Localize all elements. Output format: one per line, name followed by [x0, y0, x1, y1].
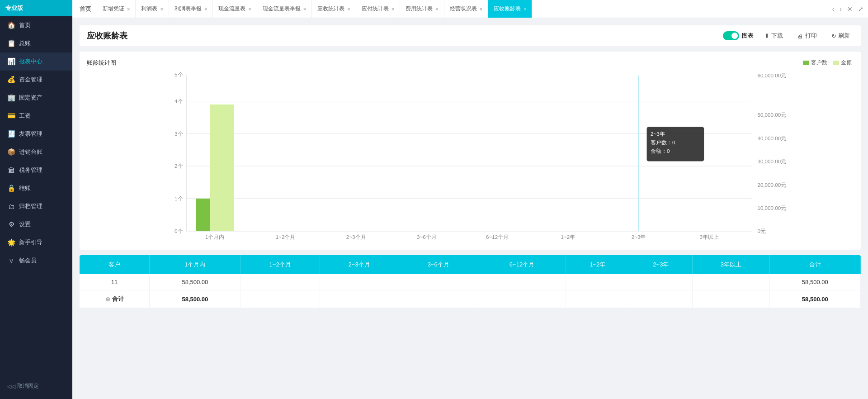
close-tab-profit-quarter[interactable]: × — [204, 6, 207, 12]
chart-toggle[interactable] — [723, 31, 739, 40]
header-actions: 图表 ⬇ 下载 🖨 打印 ↻ 刷新 — [723, 30, 854, 42]
legend-amount: 金额 — [833, 59, 852, 66]
svg-text:1个: 1个 — [175, 195, 183, 201]
download-button[interactable]: ⬇ 下载 — [761, 30, 787, 42]
tab-voucher[interactable]: 新增凭证 × — [97, 0, 136, 18]
legend-customers-color — [803, 61, 809, 65]
tab-profit[interactable]: 利润表 × — [136, 0, 169, 18]
tab-scroll-left[interactable]: ‹ — [830, 0, 837, 18]
chart-toggle-wrap: 图表 — [723, 31, 754, 40]
close-tab-business-stat[interactable]: × — [480, 6, 482, 12]
cell-m36 — [399, 274, 478, 290]
table-header-row: 客户 1个月内 1~2个月 2~3个月 3~6个月 6~12个月 1~2年 2~… — [80, 255, 861, 274]
svg-text:金额：0: 金额：0 — [651, 148, 670, 154]
sidebar-item-ledger[interactable]: 📋 总账 — [0, 34, 72, 52]
sidebar-item-member[interactable]: V 畅会员 — [0, 252, 72, 270]
chart-area: 账龄统计图 客户数 金额 0个 1个 2个 3个 — [80, 52, 861, 250]
sidebar-item-guide[interactable]: 🌟 新手引导 — [0, 233, 72, 252]
print-button[interactable]: 🖨 打印 — [794, 30, 821, 42]
sidebar-item-invoice[interactable]: 🧾 发票管理 — [0, 125, 72, 143]
tab-expense-stat[interactable]: 费用统计表 × — [400, 0, 444, 18]
sidebar-item-home[interactable]: 🏠 首页 — [0, 16, 72, 34]
svg-text:1~2年: 1~2年 — [561, 234, 576, 240]
purchase-icon: 📦 — [7, 148, 15, 156]
svg-text:10,000.00元: 10,000.00元 — [757, 205, 786, 211]
total-icon: ⊕ — [105, 296, 110, 303]
close-tab-cashflow-quarter[interactable]: × — [303, 6, 306, 12]
refresh-button[interactable]: ↻ 刷新 — [828, 30, 854, 42]
sidebar-item-tax[interactable]: 🏛 税务管理 — [0, 161, 72, 179]
tab-home[interactable]: 首页 — [74, 0, 97, 18]
cell-y12 — [566, 274, 629, 290]
table-area: 客户 1个月内 1~2个月 2~3个月 3~6个月 6~12个月 1~2年 2~… — [80, 255, 861, 308]
chart-title: 账龄统计图 — [87, 59, 854, 67]
tab-cashflow-quarter[interactable]: 现金流量表季报 × — [257, 0, 312, 18]
sidebar-item-purchase[interactable]: 📦 进销台账 — [0, 143, 72, 161]
payroll-icon: 💳 — [7, 112, 15, 120]
tab-scroll-right[interactable]: › — [837, 0, 844, 18]
refresh-icon: ↻ — [831, 33, 836, 39]
member-icon: V — [7, 257, 15, 264]
tab-business-stat[interactable]: 经营状况表 × — [444, 0, 488, 18]
tab-receivable-stat[interactable]: 应收统计表 × — [312, 0, 356, 18]
cell-y23 — [629, 274, 693, 290]
col-header-total: 合计 — [769, 255, 860, 274]
cell-m12 — [241, 274, 320, 290]
tax-icon: 🏛 — [7, 166, 15, 174]
col-header-y23: 2~3年 — [629, 255, 693, 274]
svg-text:3年以上: 3年以上 — [700, 234, 719, 240]
tab-profit-quarter[interactable]: 利润表季报 × — [169, 0, 213, 18]
close-tab-profit[interactable]: × — [160, 6, 163, 12]
svg-text:2~3年: 2~3年 — [632, 234, 646, 240]
chart-toggle-label: 图表 — [742, 32, 754, 40]
bar-customers-1 — [196, 199, 210, 231]
table-total-row: ⊕ 合计 58,500.00 58,500.00 — [80, 290, 861, 308]
tab-bar: 首页 新增凭证 × 利润表 × 利润表季报 × 现金流量表 × 现金流量表季报 … — [72, 0, 868, 18]
total-m12 — [241, 290, 320, 308]
svg-text:50,000.00元: 50,000.00元 — [757, 112, 786, 118]
close-tab-aging[interactable]: × — [524, 6, 526, 12]
tab-cashflow[interactable]: 现金流量表 × — [213, 0, 257, 18]
sidebar-item-assets[interactable]: 🏢 固定资产 — [0, 89, 72, 107]
sidebar-item-archive[interactable]: 🗂 归档管理 — [0, 197, 72, 215]
close-tab-payable-stat[interactable]: × — [392, 6, 394, 12]
col-header-m1: 1个月内 — [150, 255, 241, 274]
print-icon: 🖨 — [797, 33, 803, 39]
svg-text:40,000.00元: 40,000.00元 — [757, 135, 786, 141]
total-y23 — [629, 290, 693, 308]
close-all-tabs[interactable]: ✕ — [844, 0, 855, 18]
pin-icon: ◁◁ — [7, 383, 15, 390]
sidebar-logo: 专业版 — [0, 0, 72, 16]
cell-m23 — [320, 274, 399, 290]
sidebar-item-closing[interactable]: 🔒 结账 — [0, 179, 72, 197]
close-tab-expense-stat[interactable]: × — [435, 6, 438, 12]
sidebar-item-funds[interactable]: 💰 资金管理 — [0, 71, 72, 89]
sidebar-item-payroll[interactable]: 💳 工资 — [0, 107, 72, 125]
col-header-y3plus: 3年以上 — [693, 255, 769, 274]
col-header-m36: 3~6个月 — [399, 255, 478, 274]
sidebar-item-settings[interactable]: ⚙ 设置 — [0, 215, 72, 233]
total-m1: 58,500.00 — [150, 290, 241, 308]
sidebar-item-reports[interactable]: 📊 报表中心 — [0, 52, 72, 71]
total-m612 — [478, 290, 566, 308]
total-label-cell: ⊕ 合计 — [80, 290, 150, 308]
col-header-customer: 客户 — [80, 255, 150, 274]
reports-icon: 📊 — [7, 57, 15, 66]
data-table: 客户 1个月内 1~2个月 2~3个月 3~6个月 6~12个月 1~2年 2~… — [80, 255, 861, 308]
sidebar: 专业版 🏠 首页 📋 总账 📊 报表中心 💰 资金管理 🏢 固定资产 💳 工资 … — [0, 0, 72, 399]
svg-text:0个: 0个 — [175, 228, 183, 234]
maximize-button[interactable]: ⤢ — [855, 0, 866, 18]
chart-svg-container: 0个 1个 2个 3个 4个 5个 0元 10,000.00元 20,000.0… — [87, 71, 854, 242]
close-tab-receivable-stat[interactable]: × — [347, 6, 350, 12]
close-tab-voucher[interactable]: × — [127, 6, 130, 12]
pin-sidebar-button[interactable]: ◁◁ 取消固定 — [0, 378, 72, 394]
col-header-y12: 1~2年 — [566, 255, 629, 274]
tab-payable-stat[interactable]: 应付统计表 × — [356, 0, 400, 18]
svg-text:2~3年: 2~3年 — [651, 131, 665, 137]
archive-icon: 🗂 — [7, 203, 15, 210]
tab-aging[interactable]: 应收账龄表 × — [488, 0, 532, 18]
col-header-m12: 1~2个月 — [241, 255, 320, 274]
svg-text:1~2个月: 1~2个月 — [276, 234, 296, 240]
close-tab-cashflow[interactable]: × — [248, 6, 251, 12]
svg-text:3~6个月: 3~6个月 — [417, 234, 437, 240]
